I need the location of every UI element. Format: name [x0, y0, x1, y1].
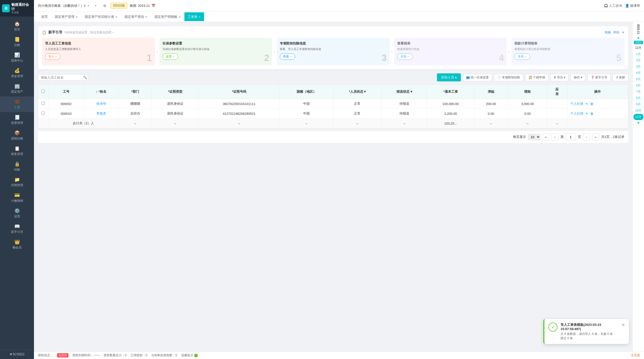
sidebar-item-tax[interactable]: 📋 税务管理	[0, 143, 34, 159]
social-insurance-button[interactable]: 👥 统一社保设置	[463, 74, 492, 81]
step-btn-4[interactable]: 查看＞	[397, 54, 413, 60]
sidebar-item-invoice[interactable]: 🧾 发票管理	[0, 112, 34, 128]
new-guide-button[interactable]: ❓ 新手引导	[587, 74, 611, 81]
per-page-select[interactable]: 10 20 50	[528, 134, 540, 140]
status-header: *人员状态 ▾	[333, 85, 382, 99]
calendar-month-7[interactable]: 7月	[633, 89, 643, 95]
row-idtype-0: 居民身份证	[152, 99, 198, 109]
calendar-month-11[interactable]: 11月	[633, 114, 643, 120]
settings-icon[interactable]: ⚙	[101, 2, 108, 9]
step-desc-4: 快速查看统计信息	[397, 47, 504, 51]
step-title-5: 税款计算明细表	[514, 41, 621, 46]
row-edit-btn-0[interactable]: ✎	[585, 102, 588, 106]
used-label: 已用授权：0	[131, 353, 147, 357]
video-link[interactable]: 视频	[605, 30, 611, 35]
notif-close-button[interactable]: ✕	[622, 323, 625, 327]
row-social-btn-0[interactable]: 个人社保	[570, 101, 583, 106]
add-account-button[interactable]: ＋	[92, 2, 99, 9]
guide-close-button[interactable]: ✕	[622, 31, 624, 34]
total-ops	[567, 119, 628, 128]
row-nationality-1: 中国	[279, 109, 333, 119]
tab-home[interactable]: 首页	[38, 12, 51, 21]
tax-report-button[interactable]: 🧮 个税申报	[525, 74, 548, 81]
add-person-button[interactable]: 添加人员 ▾	[437, 73, 461, 81]
row-edit-btn-1[interactable]: ✎	[585, 112, 588, 116]
last-page-button[interactable]: »	[592, 133, 599, 140]
operations-button[interactable]: 操作 ▾	[571, 74, 585, 81]
step-btn-2[interactable]: 设置＞	[163, 54, 178, 60]
step-btn-1[interactable]: 导入＞	[45, 54, 61, 60]
help-link[interactable]: 帮助	[613, 30, 619, 35]
sidebar-item-expense[interactable]: 💳 小畅报销	[0, 190, 34, 206]
row-select-1[interactable]	[42, 112, 45, 115]
account-selector[interactable]: 刘小艳演示账套（勿删勿动！）1 ▼	[38, 4, 90, 8]
sidebar-item-closing[interactable]: 🔒 结账	[0, 159, 34, 174]
salary-table: 工号 ↕ *姓名 *部门 *证照类型 *证照号码 国籍（地区） *人员状态 ▾ …	[38, 84, 628, 129]
row-ops-0: 个人社保 ✎ 🗑	[567, 99, 628, 109]
tab-close-fixed_category[interactable]: ✕	[145, 15, 147, 19]
row-delete-btn-0[interactable]: 🗑	[590, 102, 593, 106]
sidebar-item-settings[interactable]: ⚙️ 设置	[0, 206, 34, 221]
calendar-month-5[interactable]: 5月	[633, 76, 643, 82]
sidebar-item-salary[interactable]: 💼 工资	[0, 96, 34, 112]
user-menu[interactable]: 👤 徐泽华	[625, 4, 640, 8]
row-idtype-1: 居民身份证	[152, 109, 198, 119]
submit-status-header: 报送状态 ▾	[381, 85, 427, 99]
additional-deduct-button[interactable]: 📄 专项附加扣除	[494, 74, 523, 81]
sidebar-item-inventory[interactable]: 📦 进销台账	[0, 128, 34, 143]
calendar-month-8[interactable]: 8月	[633, 95, 643, 101]
search-input[interactable]	[41, 76, 83, 79]
tab-close-fixed_assets[interactable]: ✕	[75, 15, 78, 19]
calendar-month-9[interactable]: 9月	[633, 101, 643, 108]
row-select-0[interactable]	[42, 102, 45, 105]
sidebar-item-funds[interactable]: 💰 资金管理	[0, 65, 34, 81]
sidebar-item-home[interactable]: 🏠 首页	[0, 19, 34, 34]
sidebar-item-reports[interactable]: 📊 报表中心	[0, 50, 34, 65]
sidebar-item-guide[interactable]: 📖 新手引导	[0, 221, 34, 237]
sidebar-item-member[interactable]: 👑 畅会员	[0, 237, 34, 252]
sidebar: 会 畅捷通好会计 专业版 🏠 首页📒 总账📊 报表中心💰 资金管理🏢 固定资产💼…	[0, 0, 34, 359]
tab-fixed_assets[interactable]: 固定资产管理✕	[52, 12, 81, 21]
next-page-button[interactable]: ›	[583, 133, 590, 140]
calendar-month-3[interactable]: 3月	[633, 64, 643, 70]
sidebar-item-fixed[interactable]: 🏢 固定资产	[0, 81, 34, 96]
go-charge-link[interactable]: 去充值	[631, 353, 640, 357]
select-all-checkbox[interactable]	[42, 90, 45, 93]
step-btn-5[interactable]: 查看＞	[514, 54, 530, 60]
refresh-button[interactable]: ↺ 刷新	[613, 74, 628, 81]
sidebar-item-archive[interactable]: 📁 归档管理	[0, 174, 34, 190]
consult-button[interactable]: 🎧 人工咨询	[604, 4, 622, 8]
sidebar-label-funds: 资金管理	[11, 74, 23, 78]
sidebar-bottom[interactable]: ◀ 取消固定	[0, 349, 34, 359]
tab-fixed_category[interactable]: 固定资产类别✕	[121, 12, 151, 21]
switch-version-button[interactable]: 切到旧版	[111, 3, 127, 9]
calendar-icon[interactable]: 📅	[151, 4, 155, 8]
nationality-header: 国籍（地区）	[279, 85, 333, 99]
calendar-month-10[interactable]: 10月	[633, 108, 643, 114]
calendar-month-4[interactable]: 4月	[633, 70, 643, 76]
sidebar-label-reports: 报表中心	[11, 59, 23, 63]
sidebar-item-general[interactable]: 📒 总账	[0, 34, 34, 50]
calendar-down-arrow[interactable]: ▼	[637, 121, 640, 125]
tab-close-fixed_detail[interactable]: ✕	[178, 15, 181, 19]
page-input[interactable]	[566, 133, 576, 140]
tab-fixed_detail[interactable]: 固定资产明细账✕	[151, 12, 184, 21]
calendar-up-arrow[interactable]: ▲	[637, 36, 640, 39]
row-social-btn-1[interactable]: 个人社保	[570, 111, 583, 116]
export-button[interactable]: ⬆ 导出 ▾	[550, 74, 569, 81]
calendar-month-12[interactable]: 12月	[633, 45, 643, 51]
calendar-month-2[interactable]: 2月	[633, 57, 643, 64]
tab-close-depreciation[interactable]: ✕	[115, 15, 117, 19]
right-panel-calendar: 2023.11 ▲ 202312月1月2月3月4月5月6月7月8月9月10月11…	[632, 22, 644, 351]
prev-page-button[interactable]: ‹	[551, 133, 558, 140]
calendar-month-6[interactable]: 6月	[633, 82, 643, 89]
guide-step-4: 查看报表 快速查看统计信息 查看＞ 4	[394, 38, 507, 65]
tab-close-salary_table[interactable]: ✕	[198, 15, 201, 19]
tab-depreciation[interactable]: 固定资产折旧统计表✕	[82, 12, 121, 21]
first-page-button[interactable]: «	[542, 133, 549, 140]
step-btn-3[interactable]: 查看＞	[280, 54, 295, 60]
calendar-month-1[interactable]: 1月	[633, 51, 643, 57]
tab-salary_table[interactable]: 工资表✕	[184, 12, 204, 21]
row-delete-btn-1[interactable]: 🗑	[590, 112, 593, 116]
step-title-1: 导入员工工资信息	[45, 41, 152, 46]
